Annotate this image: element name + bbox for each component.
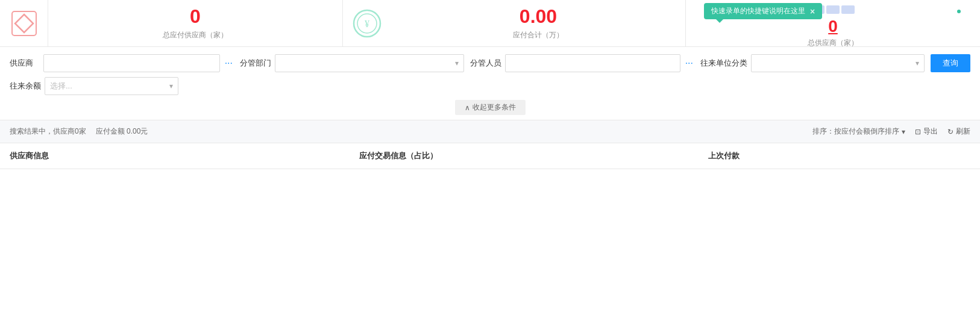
coin-separator: ¥ — [343, 0, 391, 46]
category-label: 往来单位分类 — [700, 58, 747, 69]
stats-bar: 0 总应付供应商（家） ¥ 0.00 应付合计（万） 快速录单的快捷键说明在这里… — [0, 0, 980, 47]
stat-box-2 — [826, 5, 840, 14]
balance-select[interactable]: 选择... ▾ — [45, 77, 178, 95]
table-body — [0, 169, 980, 310]
tooltip-text: 快速录单的快捷键说明在这里 — [711, 6, 805, 16]
refresh-button[interactable]: ↻ 刷新 — [947, 126, 970, 137]
refresh-label: 刷新 — [956, 126, 970, 137]
balance-placeholder: 选择... — [50, 81, 72, 91]
stat-suppliers-label: 总供应商（家） — [808, 38, 858, 48]
diamond-logo-icon — [9, 8, 39, 39]
department-chevron-icon: ▾ — [455, 59, 459, 67]
result-summary: 搜索结果中，供应商0家 — [10, 126, 86, 137]
filter-department: 分管部门 ▾ — [240, 54, 464, 72]
svg-marker-1 — [15, 14, 33, 33]
collapse-row: ∧ 收起更多条件 — [10, 100, 970, 115]
supplier-dots-button[interactable]: ··· — [224, 58, 234, 69]
tooltip-popup: 快速录单的快捷键说明在这里 × — [704, 3, 822, 19]
filter-bar: 供应商 ··· 分管部门 ▾ 分管人员 ··· 往来单位分类 ▾ — [0, 47, 980, 120]
manager-label: 分管人员 — [470, 58, 501, 69]
export-button[interactable]: ⊡ 导出 — [915, 126, 938, 137]
filter-row-2: 往来余额 选择... ▾ — [10, 77, 970, 95]
col-supplier-header: 供应商信息 — [10, 150, 359, 161]
sort-select[interactable]: 排序：按应付会额倒序排序 ▾ — [812, 126, 905, 137]
sort-chevron-icon: ▾ — [902, 128, 905, 136]
supplier-input[interactable] — [43, 54, 220, 72]
col-payment-header: 上次付款 — [708, 150, 970, 161]
table-header: 供应商信息 应付交易信息（占比） 上次付款 — [0, 143, 980, 169]
stat-payable-label: 总应付供应商（家） — [163, 30, 228, 40]
stat-payable-number: 0 — [190, 6, 201, 27]
manager-dots-button[interactable]: ··· — [684, 58, 694, 69]
svg-text:¥: ¥ — [365, 19, 369, 29]
result-amount: 应付金额 0.00元 — [96, 126, 148, 137]
filter-category: 往来单位分类 ▾ — [700, 54, 925, 72]
filter-balance: 往来余额 选择... ▾ — [10, 77, 178, 95]
logo-area — [0, 0, 48, 46]
stat-suppliers-number: 0 — [828, 17, 838, 36]
result-bar: 搜索结果中，供应商0家 应付金额 0.00元 排序：按应付会额倒序排序 ▾ ⊡ … — [0, 120, 980, 143]
stat-payable-total: 0.00 应付合计（万） — [391, 0, 686, 46]
result-actions: 排序：按应付会额倒序排序 ▾ ⊡ 导出 ↻ 刷新 — [812, 126, 970, 137]
stat-total-number: 0.00 — [520, 6, 557, 27]
supplier-label: 供应商 — [10, 58, 40, 69]
collapse-label: 收起更多条件 — [473, 102, 516, 113]
tooltip-dot — [956, 8, 962, 14]
stat-total-label: 应付合计（万） — [513, 30, 564, 40]
stat-total-payable-suppliers: 0 总应付供应商（家） — [48, 0, 343, 46]
collapse-icon: ∧ — [465, 104, 470, 112]
filter-row-1: 供应商 ··· 分管部门 ▾ 分管人员 ··· 往来单位分类 ▾ — [10, 54, 970, 72]
category-chevron-icon: ▾ — [916, 59, 919, 67]
balance-label: 往来余额 — [10, 81, 41, 91]
tooltip-close-button[interactable]: × — [810, 7, 815, 16]
col-transaction-header: 应付交易信息（占比） — [359, 150, 709, 161]
stat-box-3 — [841, 5, 855, 14]
balance-chevron-icon: ▾ — [169, 82, 173, 90]
stat-total-suppliers: 快速录单的快捷键说明在这里 × 0 总供应商（家） — [686, 0, 980, 46]
refresh-icon: ↻ — [947, 128, 953, 136]
filter-manager: 分管人员 ··· — [470, 54, 694, 72]
export-label: 导出 — [923, 126, 938, 137]
coin-icon: ¥ — [351, 7, 383, 40]
sort-label: 排序：按应付会额倒序排序 — [812, 126, 899, 137]
manager-input[interactable] — [505, 54, 680, 72]
query-button[interactable]: 查询 — [931, 54, 970, 72]
filter-supplier: 供应商 ··· — [10, 54, 234, 72]
department-select[interactable]: ▾ — [275, 54, 464, 72]
result-info: 搜索结果中，供应商0家 应付金额 0.00元 — [10, 126, 148, 137]
collapse-button[interactable]: ∧ 收起更多条件 — [455, 100, 526, 115]
department-label: 分管部门 — [240, 58, 271, 69]
export-icon: ⊡ — [915, 128, 921, 136]
category-select[interactable]: ▾ — [751, 54, 925, 72]
